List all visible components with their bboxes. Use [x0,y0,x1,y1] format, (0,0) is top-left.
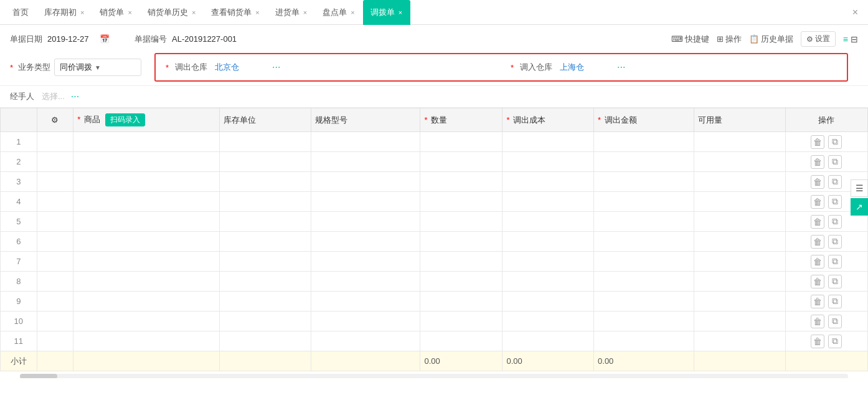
row-qty[interactable] [420,331,502,351]
tab-close-inventory-init[interactable]: × [80,9,84,16]
row-product[interactable] [73,172,220,192]
tab-view-sales[interactable]: 查看销货单 × [204,0,267,25]
tab-close-transfer-order[interactable]: × [399,9,402,16]
sidebar-export-icon[interactable]: ↗ [851,198,868,216]
row-amount[interactable] [594,192,694,212]
out-wh-more[interactable]: ··· [270,62,283,72]
row-amount[interactable] [594,232,694,252]
layout-list-icon[interactable]: ≡ [843,34,848,44]
tab-close-sales-order[interactable]: × [128,9,131,16]
row-amount[interactable] [594,272,694,292]
row-qty[interactable] [420,252,502,272]
row-cost[interactable] [502,212,594,232]
delete-icon[interactable]: 🗑 [811,235,824,249]
scan-btn[interactable]: 扫码录入 [105,113,145,126]
tab-transfer-order[interactable]: 调拨单 × [363,0,410,25]
row-spec[interactable] [311,272,420,292]
copy-icon[interactable]: ⧉ [828,195,842,209]
tab-close-inventory-check[interactable]: × [351,9,354,16]
row-cost[interactable] [502,331,594,351]
row-unit[interactable] [219,192,311,212]
row-qty[interactable] [420,292,502,312]
out-wh-value[interactable]: 北京仓 [215,62,265,73]
calendar-icon[interactable]: 📅 [100,34,110,44]
tab-close-purchase-order[interactable]: × [303,9,307,16]
tab-purchase-order[interactable]: 进货单 × [268,0,315,25]
row-amount[interactable] [594,312,694,331]
row-unit[interactable] [219,212,311,232]
row-cost[interactable] [502,232,594,252]
delete-icon[interactable]: 🗑 [811,175,824,189]
row-product[interactable] [73,272,220,292]
settings-btn[interactable]: ⚙ 设置 [801,31,836,47]
copy-icon[interactable]: ⧉ [828,235,842,249]
row-unit[interactable] [219,312,311,331]
copy-icon[interactable]: ⧉ [828,215,842,229]
delete-icon[interactable]: 🗑 [811,255,824,269]
row-amount[interactable] [594,331,694,351]
history-btn[interactable]: 📋 历史单据 [749,34,793,45]
tab-close-view-sales[interactable]: × [255,9,259,16]
business-type-select[interactable]: 同价调拨 ▼ [54,59,141,76]
copy-icon[interactable]: ⧉ [828,155,842,169]
row-qty[interactable] [420,212,502,232]
row-unit[interactable] [219,272,311,292]
row-spec[interactable] [311,132,420,152]
row-cost[interactable] [502,132,594,152]
row-qty[interactable] [420,232,502,252]
row-spec[interactable] [311,192,420,212]
row-cost[interactable] [502,172,594,192]
row-qty[interactable] [420,172,502,192]
row-unit[interactable] [219,331,311,351]
row-spec[interactable] [311,152,420,172]
row-spec[interactable] [311,172,420,192]
row-amount[interactable] [594,172,694,192]
row-spec[interactable] [311,232,420,252]
row-spec[interactable] [311,212,420,232]
row-product[interactable] [73,331,220,351]
row-qty[interactable] [420,132,502,152]
row-product[interactable] [73,312,220,331]
row-cost[interactable] [502,272,594,292]
delete-icon[interactable]: 🗑 [811,315,824,328]
close-all-tabs[interactable]: × [847,7,863,18]
row-product[interactable] [73,192,220,212]
row-unit[interactable] [219,132,311,152]
copy-icon[interactable]: ⧉ [828,175,842,189]
col-header-settings[interactable]: ⚙ [37,108,73,132]
row-spec[interactable] [311,252,420,272]
delete-icon[interactable]: 🗑 [811,275,824,288]
row-amount[interactable] [594,152,694,172]
row-spec[interactable] [311,331,420,351]
delete-icon[interactable]: 🗑 [811,135,824,149]
delete-icon[interactable]: 🗑 [811,155,824,169]
row-cost[interactable] [502,252,594,272]
copy-icon[interactable]: ⧉ [828,295,842,308]
row-unit[interactable] [219,252,311,272]
doc-date-value[interactable]: 2019-12-27 [47,34,97,44]
in-wh-more[interactable]: ··· [615,62,628,72]
tab-sales-order[interactable]: 销货单 × [92,0,139,25]
copy-icon[interactable]: ⧉ [828,335,842,348]
copy-icon[interactable]: ⧉ [828,315,842,328]
row-product[interactable] [73,232,220,252]
shortcut-btn[interactable]: ⌨ 快捷键 [671,34,709,45]
row-qty[interactable] [420,312,502,331]
copy-icon[interactable]: ⧉ [828,275,842,288]
row-cost[interactable] [502,312,594,331]
tab-inventory-check[interactable]: 盘点单 × [315,0,362,25]
row-cost[interactable] [502,152,594,172]
person-more[interactable]: ··· [68,92,82,102]
horizontal-scrollbar[interactable] [20,374,848,378]
row-cost[interactable] [502,292,594,312]
row-qty[interactable] [420,192,502,212]
sidebar-list-icon[interactable]: ☰ [851,179,868,197]
row-product[interactable] [73,132,220,152]
row-spec[interactable] [311,292,420,312]
delete-icon[interactable]: 🗑 [811,295,824,308]
row-amount[interactable] [594,252,694,272]
delete-icon[interactable]: 🗑 [811,215,824,229]
delete-icon[interactable]: 🗑 [811,335,824,348]
tab-inventory-init[interactable]: 库存期初 × [37,0,92,25]
row-amount[interactable] [594,212,694,232]
